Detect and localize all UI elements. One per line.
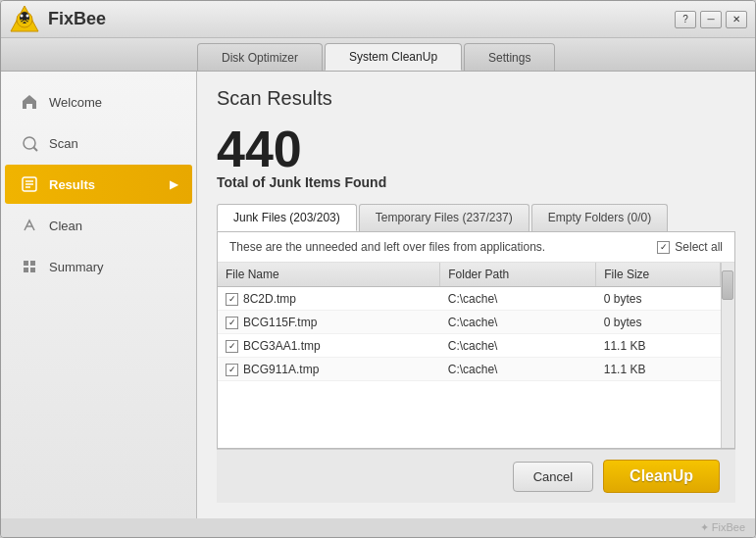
tabs-bar: Disk Optimizer System CleanUp Settings bbox=[1, 38, 755, 72]
clean-icon bbox=[20, 216, 39, 235]
file-list-wrapper: File Name Folder Path File Size 8C2D.tmp… bbox=[218, 263, 734, 448]
col-filename: File Name bbox=[218, 263, 440, 287]
cell-size: 11.1 KB bbox=[596, 358, 721, 381]
main-area: Welcome Scan bbox=[1, 72, 755, 518]
title-bar-controls: ? ─ ✕ bbox=[675, 11, 747, 28]
junk-count: 440 bbox=[217, 123, 735, 174]
sub-tabs: Junk Files (203/203) Temporary Files (23… bbox=[217, 204, 735, 232]
col-size: File Size bbox=[596, 263, 721, 287]
svg-rect-16 bbox=[24, 261, 28, 266]
select-all-area: Select all bbox=[657, 240, 723, 254]
cell-size: 0 bytes bbox=[596, 311, 721, 334]
sidebar-item-results[interactable]: Results ▶ bbox=[5, 165, 192, 204]
sidebar-item-welcome[interactable]: Welcome bbox=[5, 82, 192, 122]
svg-point-2 bbox=[20, 12, 29, 24]
file-table-scroll[interactable]: File Name Folder Path File Size 8C2D.tmp… bbox=[218, 263, 721, 448]
close-button[interactable]: ✕ bbox=[726, 11, 747, 28]
sidebar-item-summary[interactable]: Summary bbox=[5, 247, 192, 286]
cancel-button[interactable]: Cancel bbox=[513, 462, 593, 492]
table-row: BCG3AA1.tmp C:\cache\ 11.1 KB bbox=[218, 334, 721, 358]
file-table: File Name Folder Path File Size 8C2D.tmp… bbox=[218, 263, 721, 381]
svg-point-4 bbox=[26, 14, 29, 17]
cell-size: 0 bytes bbox=[596, 287, 721, 311]
tab-system-cleanup[interactable]: System CleanUp bbox=[325, 43, 462, 71]
svg-point-9 bbox=[24, 137, 35, 149]
title-bar-left: FixBee bbox=[9, 4, 106, 35]
sidebar: Welcome Scan bbox=[1, 72, 197, 518]
row-checkbox-3[interactable] bbox=[226, 364, 238, 376]
sub-tab-temp-files[interactable]: Temporary Files (237/237) bbox=[359, 204, 529, 231]
junk-label: Total of Junk Items Found bbox=[217, 174, 735, 190]
cell-path: C:\cache\ bbox=[440, 334, 596, 358]
svg-rect-19 bbox=[30, 268, 35, 272]
cleanup-button[interactable]: CleanUp bbox=[603, 460, 720, 493]
page-title: Scan Results bbox=[217, 87, 735, 110]
app-logo bbox=[9, 4, 40, 35]
svg-point-3 bbox=[21, 14, 24, 17]
title-bar: FixBee ? ─ ✕ bbox=[1, 1, 755, 38]
scrollbar[interactable] bbox=[721, 263, 734, 448]
tab-disk-optimizer[interactable]: Disk Optimizer bbox=[197, 43, 323, 71]
app-title: FixBee bbox=[48, 9, 106, 29]
cell-path: C:\cache\ bbox=[440, 358, 596, 381]
sidebar-item-scan[interactable]: Scan bbox=[5, 123, 192, 163]
summary-icon bbox=[20, 257, 39, 276]
col-path: Folder Path bbox=[440, 263, 596, 287]
sub-tab-empty-folders[interactable]: Empty Folders (0/0) bbox=[531, 204, 668, 231]
table-row: 8C2D.tmp C:\cache\ 0 bytes bbox=[218, 287, 721, 311]
bottom-bar: Cancel CleanUp bbox=[217, 449, 735, 503]
cell-filename: BCG115F.tmp bbox=[218, 311, 440, 334]
select-all-checkbox[interactable] bbox=[657, 241, 670, 254]
main-window: FixBee ? ─ ✕ Disk Optimizer System Clean… bbox=[0, 0, 756, 538]
minimize-button[interactable]: ─ bbox=[700, 11, 722, 28]
svg-rect-18 bbox=[24, 268, 28, 272]
sidebar-item-clean[interactable]: Clean bbox=[5, 206, 192, 245]
svg-rect-17 bbox=[30, 261, 35, 266]
cell-filename: BCG911A.tmp bbox=[218, 358, 440, 381]
cell-size: 11.1 KB bbox=[596, 334, 721, 358]
results-icon bbox=[20, 174, 39, 194]
row-checkbox-0[interactable] bbox=[226, 293, 238, 306]
scrollbar-thumb bbox=[722, 270, 733, 300]
cell-filename: 8C2D.tmp bbox=[218, 287, 440, 311]
tab-settings[interactable]: Settings bbox=[464, 43, 555, 71]
row-checkbox-1[interactable] bbox=[226, 317, 238, 329]
file-panel: These are the unneeded and left over fil… bbox=[217, 232, 735, 449]
cell-path: C:\cache\ bbox=[440, 287, 596, 311]
active-arrow: ▶ bbox=[170, 178, 177, 191]
table-row: BCG911A.tmp C:\cache\ 11.1 KB bbox=[218, 358, 721, 381]
cell-filename: BCG3AA1.tmp bbox=[218, 334, 440, 358]
home-icon bbox=[20, 92, 39, 112]
sub-tab-junk-files[interactable]: Junk Files (203/203) bbox=[217, 204, 357, 231]
row-checkbox-2[interactable] bbox=[226, 340, 238, 353]
watermark: ✦ FixBee bbox=[1, 518, 755, 537]
scan-icon bbox=[20, 133, 39, 153]
content-pane: Scan Results 440 Total of Junk Items Fou… bbox=[197, 72, 755, 518]
panel-description: These are the unneeded and left over fil… bbox=[229, 240, 545, 254]
cell-path: C:\cache\ bbox=[440, 311, 596, 334]
table-row: BCG115F.tmp C:\cache\ 0 bytes bbox=[218, 311, 721, 334]
file-panel-header: These are the unneeded and left over fil… bbox=[218, 232, 734, 263]
select-all-label: Select all bbox=[675, 240, 723, 254]
help-button[interactable]: ? bbox=[675, 11, 696, 28]
svg-line-10 bbox=[34, 148, 38, 152]
